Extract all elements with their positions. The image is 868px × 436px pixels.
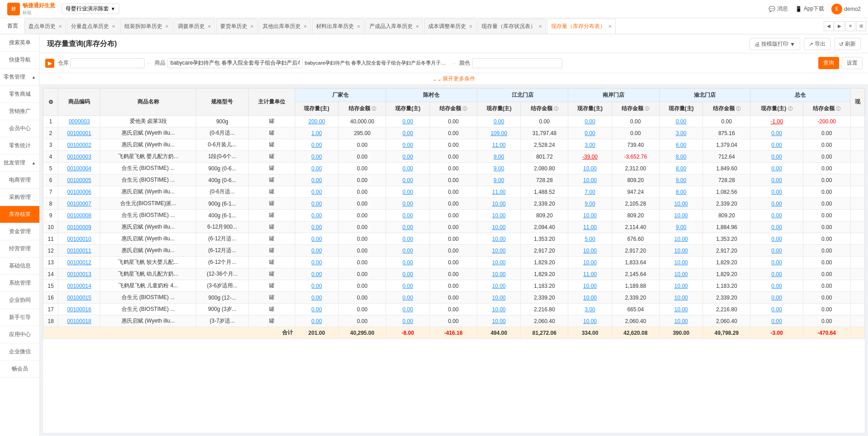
td-nanan-stock[interactable]: 10.00 — [568, 210, 612, 221]
sidebar-item-3[interactable]: 零售商城 — [0, 86, 39, 103]
th-gear[interactable]: ⚙ — [43, 89, 58, 116]
td-yuanbei-stock[interactable]: 10.00 — [659, 292, 703, 304]
info-icon[interactable]: ⓘ — [788, 106, 793, 111]
td-jiangbei-stock[interactable]: 10.00 — [477, 304, 521, 315]
sidebar-item-16[interactable]: 新手引导 — [0, 309, 39, 326]
td-chenshan-stock[interactable]: 0.00 — [386, 292, 430, 304]
td-total-stock[interactable]: 0.00 — [750, 198, 803, 210]
td-yuanbei-stock[interactable]: 9.00 — [659, 221, 703, 233]
td-code[interactable]: 00100008 — [58, 210, 100, 221]
message-item[interactable]: 💬 消息 — [769, 5, 788, 13]
sidebar-item-14[interactable]: 系统管理 — [0, 275, 39, 292]
td-jiangbei-stock[interactable]: 10.00 — [477, 292, 521, 304]
td-code[interactable]: 00100016 — [58, 304, 100, 315]
td-code[interactable]: 00100018 — [58, 315, 100, 327]
td-yuanbei-stock[interactable]: 9.00 — [659, 174, 703, 186]
td-yuanbei-stock[interactable]: 10.00 — [659, 233, 703, 245]
filter-toggle-arrow[interactable]: ▶ — [45, 59, 54, 68]
tab-close-button[interactable]: ✕ — [250, 24, 254, 29]
td-factory-stock[interactable]: 0.00 — [295, 174, 339, 186]
td-chenshan-stock[interactable]: 0.00 — [386, 198, 430, 210]
td-yuanbei-stock[interactable]: 0.00 — [659, 116, 703, 127]
td-nanan-stock[interactable]: 10.00 — [568, 174, 612, 186]
td-total-stock[interactable]: 0.00 — [750, 221, 803, 233]
td-nanan-stock[interactable]: 10.00 — [568, 257, 612, 268]
tab-item-10[interactable]: 现存量（库存分布表）✕ — [547, 19, 616, 34]
td-code[interactable]: 00100007 — [58, 198, 100, 210]
tab-item-6[interactable]: 材料出库单历史✕ — [312, 19, 364, 34]
tab-item-2[interactable]: 组装拆卸单历史✕ — [120, 19, 173, 34]
td-jiangbei-stock[interactable]: 10.00 — [477, 257, 521, 268]
td-total-stock[interactable]: 0.00 — [750, 139, 803, 151]
td-nanan-stock[interactable]: 3.00 — [568, 304, 612, 315]
td-factory-stock[interactable]: 0.00 — [295, 163, 339, 174]
td-nanan-stock[interactable]: 11.00 — [568, 221, 612, 233]
td-code[interactable]: 00100001 — [58, 127, 100, 139]
td-nanan-stock[interactable]: 7.00 — [568, 186, 612, 198]
td-nanan-stock[interactable]: -39.00 — [568, 151, 612, 163]
td-chenshan-stock[interactable]: 0.00 — [386, 163, 430, 174]
info-icon[interactable]: ⓘ — [462, 106, 467, 111]
td-yuanbei-stock[interactable]: 10.00 — [659, 245, 703, 257]
td-yuanbei-stock[interactable]: 8.00 — [659, 163, 703, 174]
info-icon[interactable]: ⓘ — [836, 106, 840, 111]
td-code[interactable]: 00100005 — [58, 174, 100, 186]
td-total-stock[interactable]: 0.00 — [750, 245, 803, 257]
tab-prev-button[interactable]: ◀ — [824, 21, 834, 31]
tab-close-button[interactable]: ✕ — [303, 24, 307, 29]
td-yuanbei-stock[interactable]: 3.00 — [659, 127, 703, 139]
td-jiangbei-stock[interactable]: 10.00 — [477, 210, 521, 221]
td-jiangbei-stock[interactable]: 9.00 — [477, 163, 521, 174]
td-yuanbei-stock[interactable]: 10.00 — [659, 210, 703, 221]
tab-item-1[interactable]: 分量盘点单历史✕ — [67, 19, 119, 34]
sidebar-item-9[interactable]: 采购管理 — [0, 189, 39, 206]
td-chenshan-stock[interactable]: 0.00 — [386, 304, 430, 315]
td-factory-stock[interactable]: 0.00 — [295, 210, 339, 221]
td-jiangbei-stock[interactable]: 9.00 — [477, 151, 521, 163]
td-code[interactable]: 00100003 — [58, 151, 100, 163]
td-factory-stock[interactable]: 0.00 — [295, 233, 339, 245]
td-jiangbei-stock[interactable]: 10.00 — [477, 221, 521, 233]
app-download-item[interactable]: 📱 App下载 — [795, 5, 824, 13]
td-nanan-stock[interactable]: 10.00 — [568, 163, 612, 174]
sidebar-item-11[interactable]: 资金管理 — [0, 223, 39, 240]
td-code[interactable]: 00100010 — [58, 233, 100, 245]
td-chenshan-stock[interactable]: 0.00 — [386, 210, 430, 221]
query-button[interactable]: 查询 — [818, 57, 839, 69]
td-chenshan-stock[interactable]: 0.00 — [386, 139, 430, 151]
td-factory-stock[interactable]: 0.00 — [295, 257, 339, 268]
td-jiangbei-stock[interactable]: 11.00 — [477, 186, 521, 198]
td-jiangbei-stock[interactable]: 10.00 — [477, 280, 521, 292]
tab-close-button[interactable]: ✕ — [58, 24, 62, 29]
td-total-stock[interactable]: -1.00 — [750, 116, 803, 127]
tab-close-all-button[interactable]: ✕ — [845, 21, 855, 31]
print-button[interactable]: 🖨 按模版打印 ▼ — [750, 38, 800, 50]
tab-close-button[interactable]: ✕ — [112, 24, 115, 29]
color-input[interactable] — [472, 58, 562, 68]
tab-item-3[interactable]: 调拨单历史✕ — [174, 19, 215, 34]
td-nanan-stock[interactable]: 11.00 — [568, 268, 612, 280]
td-jiangbei-stock[interactable]: 10.00 — [477, 198, 521, 210]
td-jiangbei-stock[interactable]: 11.00 — [477, 139, 521, 151]
sidebar-item-10[interactable]: 库存核算 — [0, 206, 39, 223]
td-total-stock[interactable]: 0.00 — [750, 257, 803, 268]
tab-item-8[interactable]: 成本调整单历史✕ — [424, 19, 476, 34]
td-yuanbei-stock[interactable]: 8.00 — [659, 151, 703, 163]
tab-close-button[interactable]: ✕ — [415, 24, 419, 29]
td-jiangbei-stock[interactable]: 10.00 — [477, 315, 521, 327]
td-code[interactable]: 00100006 — [58, 186, 100, 198]
sidebar-item-2[interactable]: 零售管理▲ — [0, 69, 39, 86]
td-code[interactable]: 00100014 — [58, 280, 100, 292]
td-chenshan-stock[interactable]: 0.00 — [386, 174, 430, 186]
sidebar-item-5[interactable]: 会员中心 — [0, 120, 39, 137]
td-factory-stock[interactable]: 0.00 — [295, 292, 339, 304]
td-yuanbei-stock[interactable]: 10.00 — [659, 257, 703, 268]
td-total-stock[interactable]: 0.00 — [750, 186, 803, 198]
td-chenshan-stock[interactable]: 0.00 — [386, 186, 430, 198]
td-code[interactable]: 00100013 — [58, 268, 100, 280]
td-total-stock[interactable]: 0.00 — [750, 163, 803, 174]
td-chenshan-stock[interactable]: 0.00 — [386, 116, 430, 127]
td-jiangbei-stock[interactable]: 109.00 — [477, 127, 521, 139]
td-nanan-stock[interactable]: 10.00 — [568, 245, 612, 257]
td-yuanbei-stock[interactable]: 10.00 — [659, 315, 703, 327]
